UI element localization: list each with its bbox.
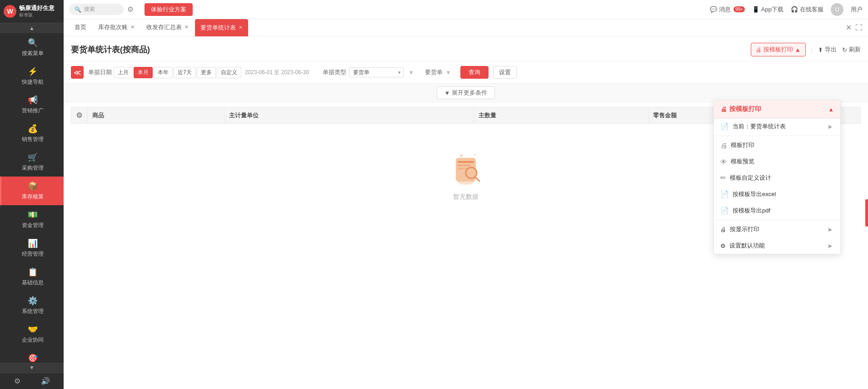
- filter-bar: ≪ 单据日期 上月 本月 本年 近7天 更多 自定义 2023-06-01 至 …: [64, 61, 868, 84]
- sidebar-item-sales[interactable]: 💰 销售管理: [0, 119, 64, 148]
- print-icon: 🖨: [756, 46, 762, 53]
- tab-receipt-summary[interactable]: 收发存汇总表 ✕: [141, 19, 194, 36]
- table-settings-icon[interactable]: ⚙: [76, 111, 82, 119]
- expand-more-btn[interactable]: ▼ 展开更多条件: [437, 86, 495, 99]
- display-print-left: 🖨 按显示打印: [720, 225, 759, 233]
- empty-icon: [448, 151, 484, 187]
- dropdown-current-template[interactable]: 📄 当前：要货单统计表 ▶: [714, 118, 840, 135]
- export-btn[interactable]: ⬆ 导出: [818, 45, 837, 54]
- topbar: 🔍 搜索 ⚙ 体验行业方案 💬 消息 99+ 📱 App下载 🎧 在线客服 U: [64, 0, 868, 19]
- query-btn[interactable]: 查询: [460, 66, 489, 79]
- app-download-action[interactable]: 📱 App下载: [752, 5, 783, 14]
- default-func-label: 设置默认功能: [729, 242, 765, 250]
- template-print-label: 模板打印: [731, 141, 754, 149]
- page-header: 要货单统计表(按商品) 🖨 按模板打印 ▲ | ⬆ 导出 ↻ 刷新: [64, 36, 868, 61]
- sidebar-scroll-down[interactable]: ▼: [0, 363, 64, 373]
- resize-handle[interactable]: [865, 199, 868, 227]
- dropdown-title: 🖨 按模板打印: [720, 105, 761, 113]
- support-icon: 🎧: [791, 6, 798, 13]
- sidebar-item-label: 基础信息: [22, 279, 44, 287]
- svg-line-6: [475, 177, 479, 181]
- date-btn-custom[interactable]: 自定义: [217, 67, 241, 78]
- guide-icon: 🎯: [28, 353, 38, 363]
- sound-bottom-icon[interactable]: 🔊: [41, 377, 50, 385]
- date-btn-last7[interactable]: 近7天: [174, 67, 196, 78]
- settings-btn[interactable]: 设置: [493, 66, 517, 79]
- tab-order-stats[interactable]: 要货单统计表 ✕: [195, 19, 248, 36]
- tab-home[interactable]: 首页: [69, 19, 92, 36]
- template-pdf-label: 按模板导出pdf: [733, 207, 770, 215]
- dropdown-item-template-design[interactable]: ✏ 模板自定义设计: [714, 170, 840, 186]
- refresh-btn[interactable]: ↻ 刷新: [842, 45, 861, 54]
- sidebar-item-marketing[interactable]: 📢 营销推广: [0, 91, 64, 119]
- sidebar-item-label: 系统管理: [22, 308, 44, 315]
- finance-icon: 💵: [28, 210, 38, 220]
- tab-close-icon[interactable]: ✕: [239, 25, 243, 30]
- date-btn-more[interactable]: 更多: [197, 67, 216, 78]
- date-btn-current-month[interactable]: 本月: [134, 67, 153, 78]
- search-icon: 🔍: [75, 6, 81, 13]
- type-select-wrap: 要货单: [349, 67, 404, 77]
- tab-close-window-icon[interactable]: ✕: [846, 23, 852, 32]
- collab-icon: 🤝: [28, 324, 38, 334]
- dropdown-item-template-preview[interactable]: 👁 模板预览: [714, 153, 840, 170]
- sidebar-item-label: 企业协同: [22, 336, 44, 344]
- dropdown-close-arrow[interactable]: ▲: [828, 106, 834, 113]
- tab-right-buttons: ✕ ⛶: [846, 23, 863, 32]
- tab-close-icon[interactable]: ✕: [130, 24, 135, 30]
- table-header-settings[interactable]: ⚙: [71, 107, 88, 124]
- topbar-gear-icon[interactable]: ⚙: [127, 5, 134, 14]
- sidebar-item-basic[interactable]: 📋 基础信息: [0, 263, 64, 291]
- filter-collapse-btn[interactable]: ≪: [71, 66, 84, 79]
- sidebar-scroll-up[interactable]: ▲: [0, 23, 64, 33]
- tab-fullscreen-icon[interactable]: ⛶: [855, 24, 863, 32]
- page-title: 要货单统计表(按商品): [71, 44, 150, 55]
- sidebar-item-label: 经营管理: [22, 250, 44, 258]
- sidebar-item-quicknav[interactable]: ⚡ 快捷导航: [0, 62, 64, 91]
- dropdown-divider-1: [714, 136, 840, 136]
- tab-label: 库存批次账: [98, 23, 128, 31]
- settings-bottom-icon[interactable]: ⚙: [14, 377, 20, 385]
- sidebar-item-finance[interactable]: 💵 资金管理: [0, 205, 64, 234]
- dropdown-item-template-excel[interactable]: 📄 按模板导出excel: [714, 186, 840, 202]
- sidebar-item-collab[interactable]: 🤝 企业协同: [0, 320, 64, 349]
- topbar-search[interactable]: 🔍 搜索: [69, 4, 124, 15]
- topbar-actions: 💬 消息 99+ 📱 App下载 🎧 在线客服 U 用户: [710, 3, 863, 16]
- dropdown-item-default-func[interactable]: ⚙ 设置默认功能 ▶: [714, 237, 840, 254]
- print-label: 按模板打印: [763, 45, 793, 54]
- svg-point-8: [474, 154, 476, 156]
- sidebar-item-purchase[interactable]: 🛒 采购管理: [0, 148, 64, 177]
- template-design-icon: ✏: [720, 174, 726, 182]
- user-avatar[interactable]: U: [831, 3, 843, 16]
- sidebar-item-search[interactable]: 🔍 搜索菜单: [0, 33, 64, 62]
- sales-icon: 💰: [28, 124, 38, 134]
- tab-inventory-batch[interactable]: 库存批次账 ✕: [93, 19, 140, 36]
- support-action[interactable]: 🎧 在线客服: [791, 5, 823, 14]
- support-label: 在线客服: [800, 5, 823, 14]
- sidebar-item-guide[interactable]: 🎯 新手引导: [0, 349, 64, 363]
- empty-text: 暂无数据: [453, 193, 479, 201]
- app-icon: 📱: [752, 6, 759, 13]
- sidebar-item-label: 库存核算: [22, 193, 44, 201]
- current-template-label: 当前：要货单统计表: [733, 122, 786, 131]
- dropdown-item-display-print[interactable]: 🖨 按显示打印 ▶: [714, 221, 840, 237]
- type-select[interactable]: 要货单: [349, 67, 404, 77]
- tab-close-icon[interactable]: ✕: [185, 24, 189, 30]
- print-template-dropdown: 🖨 按模板打印 ▲ 📄 当前：要货单统计表 ▶ 🖨 模板打印 👁 模板预览: [713, 100, 841, 254]
- trial-btn[interactable]: 体验行业方案: [145, 3, 193, 16]
- date-btn-prev-month[interactable]: 上月: [114, 67, 133, 78]
- message-badge: 99+: [733, 6, 745, 12]
- dropdown-item-template-print[interactable]: 🖨 模板打印: [714, 137, 840, 153]
- sidebar-item-operation[interactable]: 📊 经营管理: [0, 234, 64, 263]
- message-action[interactable]: 💬 消息 99+: [710, 5, 745, 14]
- print-template-btn[interactable]: 🖨 按模板打印 ▲: [751, 43, 806, 56]
- logo-text: 畅康通好生意 标准版: [19, 5, 55, 18]
- dropdown-header: 🖨 按模板打印 ▲: [714, 101, 840, 118]
- svg-rect-2: [458, 161, 474, 163]
- sidebar-item-system[interactable]: ⚙️ 系统管理: [0, 291, 64, 320]
- sidebar-item-inventory[interactable]: 📦 库存核算: [0, 177, 64, 205]
- dropdown-item-template-pdf[interactable]: 📄 按模板导出pdf: [714, 202, 840, 219]
- tab-label: 要货单统计表: [200, 24, 236, 32]
- date-btn-current-year[interactable]: 本年: [154, 67, 173, 78]
- sidebar-nav: 🔍 搜索菜单 ⚡ 快捷导航 📢 营销推广 💰 销售管理 🛒 采购管理 📦 库存核…: [0, 33, 64, 363]
